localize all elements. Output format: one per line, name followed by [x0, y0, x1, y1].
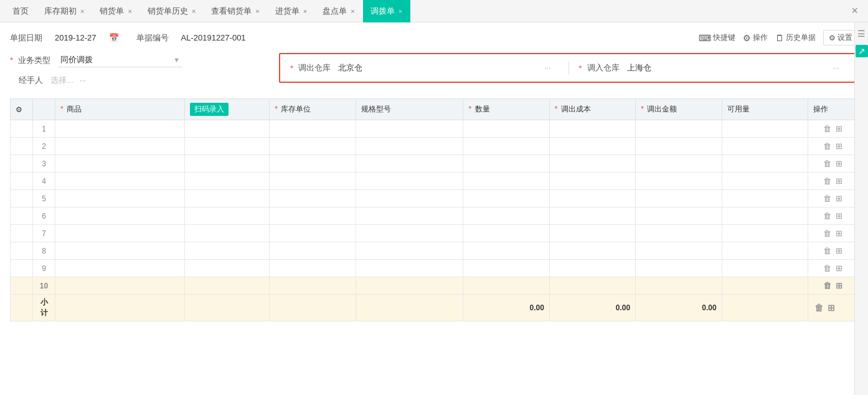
date-value[interactable]: 2019-12-27: [55, 33, 97, 42]
row-unit-1[interactable]: [270, 120, 356, 138]
row-unit-6[interactable]: [270, 207, 356, 225]
biz-type-select[interactable]: 同价调拨 ▼: [58, 53, 182, 67]
copy-icon-10[interactable]: ⊞: [836, 281, 842, 290]
row-unit-5[interactable]: [270, 190, 356, 207]
tab-view-sales[interactable]: 查看销货单 ×: [204, 0, 267, 22]
row-product-10[interactable]: [55, 277, 185, 295]
row-qty-1[interactable]: [463, 120, 549, 138]
copy-icon-7[interactable]: ⊞: [836, 229, 842, 238]
person-more-icon[interactable]: ···: [80, 76, 86, 85]
tab-home[interactable]: 首页: [5, 0, 37, 22]
row-product-5[interactable]: [55, 190, 185, 207]
row-spec-10[interactable]: [356, 277, 463, 295]
row-amount-2[interactable]: [636, 138, 722, 155]
row-spec-5[interactable]: [356, 190, 463, 207]
delete-icon-6[interactable]: 🗑: [823, 211, 831, 221]
col-header-settings[interactable]: ⚙: [11, 99, 33, 120]
calendar-icon[interactable]: 📅: [109, 33, 119, 42]
row-cost-3[interactable]: [549, 155, 635, 173]
copy-icon-3[interactable]: ⊞: [836, 159, 842, 168]
row-product-2[interactable]: [55, 138, 185, 155]
row-product-8[interactable]: [55, 242, 185, 260]
row-product-1[interactable]: [55, 120, 185, 138]
row-product-3[interactable]: [55, 155, 185, 173]
sidebar-external-icon[interactable]: ↗: [856, 45, 868, 57]
row-product-6[interactable]: [55, 207, 185, 225]
row-amount-7[interactable]: [636, 225, 722, 242]
copy-icon-9[interactable]: ⊞: [836, 264, 842, 273]
row-spec-9[interactable]: [356, 260, 463, 277]
copy-icon-1[interactable]: ⊞: [836, 124, 842, 133]
out-warehouse-more[interactable]: ···: [544, 64, 558, 72]
copy-icon-2[interactable]: ⊞: [836, 141, 842, 151]
settings-button[interactable]: ⚙ 设置: [823, 30, 858, 45]
scan-entry-button[interactable]: 扫码录入: [190, 103, 229, 116]
row-product-4[interactable]: [55, 173, 185, 190]
sidebar-list-icon[interactable]: ☰: [856, 27, 868, 40]
row-amount-10[interactable]: [636, 277, 722, 295]
tab-close-sales-history[interactable]: ×: [192, 7, 196, 15]
in-warehouse-value[interactable]: 上海仓: [627, 62, 651, 74]
row-amount-6[interactable]: [636, 207, 722, 225]
tab-close-view-sales[interactable]: ×: [255, 7, 259, 15]
row-amount-9[interactable]: [636, 260, 722, 277]
row-spec-3[interactable]: [356, 155, 463, 173]
row-spec-1[interactable]: [356, 120, 463, 138]
out-warehouse-value[interactable]: 北京仓: [338, 62, 362, 74]
row-cost-2[interactable]: [549, 138, 635, 155]
tab-sales-order[interactable]: 销货单 ×: [92, 0, 139, 22]
row-qty-10[interactable]: [463, 277, 549, 295]
row-cost-4[interactable]: [549, 173, 635, 190]
delete-icon-7[interactable]: 🗑: [823, 229, 831, 238]
row-amount-8[interactable]: [636, 242, 722, 260]
row-unit-3[interactable]: [270, 155, 356, 173]
history-button[interactable]: 🗒 历史单据: [775, 32, 816, 43]
tab-purchase[interactable]: 进货单 ×: [268, 0, 315, 22]
row-product-9[interactable]: [55, 260, 185, 277]
row-unit-10[interactable]: [270, 277, 356, 295]
shortcut-button[interactable]: ⌨ 快捷键: [699, 32, 735, 43]
row-amount-1[interactable]: [636, 120, 722, 138]
row-qty-6[interactable]: [463, 207, 549, 225]
row-qty-8[interactable]: [463, 242, 549, 260]
row-qty-4[interactable]: [463, 173, 549, 190]
row-qty-3[interactable]: [463, 155, 549, 173]
row-qty-7[interactable]: [463, 225, 549, 242]
row-cost-5[interactable]: [549, 190, 635, 207]
tab-close-sales-order[interactable]: ×: [128, 7, 131, 15]
copy-icon-6[interactable]: ⊞: [836, 211, 842, 221]
copy-icon-8[interactable]: ⊞: [836, 246, 842, 255]
subtotal-delete-icon[interactable]: 🗑: [814, 303, 823, 313]
tab-inventory-init[interactable]: 库存期初 ×: [37, 0, 92, 22]
operation-button[interactable]: ⚙ 操作: [743, 32, 768, 43]
delete-icon-8[interactable]: 🗑: [823, 246, 831, 255]
row-cost-10[interactable]: [549, 277, 635, 295]
row-spec-4[interactable]: [356, 173, 463, 190]
row-cost-9[interactable]: [549, 260, 635, 277]
row-spec-8[interactable]: [356, 242, 463, 260]
row-unit-2[interactable]: [270, 138, 356, 155]
tab-sales-history[interactable]: 销货单历史 ×: [140, 0, 204, 22]
row-unit-9[interactable]: [270, 260, 356, 277]
row-product-7[interactable]: [55, 225, 185, 242]
tab-close-transfer[interactable]: ×: [399, 7, 402, 15]
tab-stocktake[interactable]: 盘点单 ×: [315, 0, 362, 22]
row-spec-7[interactable]: [356, 225, 463, 242]
tab-close-stocktake[interactable]: ×: [351, 7, 354, 15]
delete-icon-4[interactable]: 🗑: [823, 176, 831, 186]
row-amount-5[interactable]: [636, 190, 722, 207]
row-amount-4[interactable]: [636, 173, 722, 190]
row-cost-6[interactable]: [549, 207, 635, 225]
row-spec-2[interactable]: [356, 138, 463, 155]
row-unit-7[interactable]: [270, 225, 356, 242]
tab-close-purchase[interactable]: ×: [303, 7, 307, 15]
row-cost-1[interactable]: [549, 120, 635, 138]
row-amount-3[interactable]: [636, 155, 722, 173]
copy-icon-4[interactable]: ⊞: [836, 176, 842, 186]
delete-icon-10[interactable]: 🗑: [823, 281, 831, 290]
tab-close-inventory-init[interactable]: ×: [80, 7, 84, 15]
row-unit-4[interactable]: [270, 173, 356, 190]
row-cost-7[interactable]: [549, 225, 635, 242]
in-warehouse-more[interactable]: ···: [833, 64, 847, 72]
row-spec-6[interactable]: [356, 207, 463, 225]
